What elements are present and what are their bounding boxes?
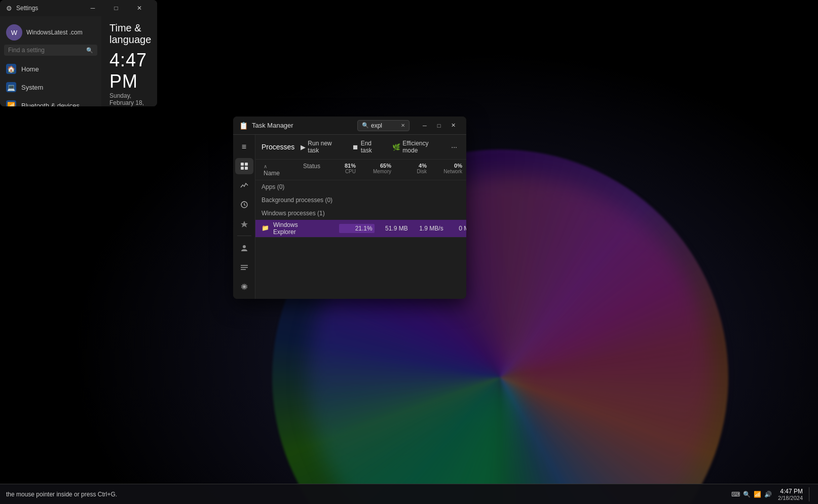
- svg-point-5: [243, 245, 246, 248]
- col-cpu-stat: 81%: [324, 163, 356, 169]
- end-task-button[interactable]: ⏹ End task: [348, 138, 387, 156]
- settings-search-input[interactable]: [8, 47, 86, 54]
- tm-search-clear[interactable]: ✕: [401, 123, 405, 128]
- task-manager-search[interactable]: 🔍 ✕: [357, 120, 410, 131]
- settings-main-content: Time & language 4:47 PM Sunday, February…: [101, 16, 157, 106]
- tm-sidebar-menu[interactable]: ≡: [235, 139, 253, 155]
- settings-titlebar: ⚙ Settings ─ □ ✕: [0, 0, 157, 16]
- explorer-network: 0 Mbps: [445, 224, 466, 233]
- svg-rect-7: [241, 267, 248, 268]
- task-manager-window: 📋 Task Manager 🔍 ✕ ─ □ ✕ ≡: [233, 117, 466, 299]
- tm-close-button[interactable]: ✕: [446, 119, 460, 133]
- tm-sidebar-startup[interactable]: [235, 216, 253, 232]
- sidebar-item-bluetooth[interactable]: 📶 Bluetooth & devices: [0, 96, 101, 106]
- settings-search-box[interactable]: 🔍: [4, 45, 97, 56]
- user-name: WindowsLatest .com: [26, 29, 83, 36]
- col-header-network[interactable]: 0% Network: [429, 162, 464, 178]
- processes-icon: [240, 162, 248, 170]
- efficiency-mode-button[interactable]: 🌿 Efficiency mode: [388, 138, 446, 156]
- explorer-name-label: Windows Explorer: [273, 221, 299, 236]
- end-task-icon: ⏹: [352, 143, 359, 151]
- task-manager-titlebar: 📋 Task Manager 🔍 ✕ ─ □ ✕: [233, 117, 466, 135]
- tm-sidebar-details[interactable]: [235, 259, 253, 276]
- tm-sidebar-processes[interactable]: [235, 158, 253, 174]
- task-manager-body: ≡: [233, 135, 466, 299]
- system-tray: ⌨ 🔍 📶 🔊: [731, 491, 772, 498]
- col-disk-stat: 4%: [395, 163, 427, 169]
- sidebar-item-system-label: System: [21, 84, 43, 91]
- settings-titlebar-title: Settings: [16, 5, 77, 12]
- tm-sidebar-divider: [237, 236, 251, 236]
- col-memory-label: Memory: [360, 169, 391, 174]
- col-status-label: Status: [303, 163, 320, 170]
- explorer-memory: 51.9 MB: [375, 224, 410, 233]
- settings-close-button[interactable]: ✕: [128, 0, 151, 16]
- tm-sidebar-history[interactable]: [235, 197, 253, 213]
- settings-content: W WindowsLatest .com 🔍 🏠 Home 💻 System 📶…: [0, 16, 157, 106]
- tm-table-header[interactable]: ∧ Name Status 81% CPU 65% Memory: [255, 160, 466, 180]
- process-row-explorer[interactable]: 📁 Windows Explorer 21.1% 51.9 MB 1.9 MB/…: [255, 220, 466, 238]
- users-icon: [240, 244, 248, 252]
- tm-process-table: ∧ Name Status 81% CPU 65% Memory: [255, 160, 466, 299]
- tm-minimize-button[interactable]: ─: [418, 119, 432, 133]
- tray-icon-1[interactable]: ⌨: [731, 491, 740, 498]
- network-icon[interactable]: 📶: [754, 491, 761, 498]
- sidebar-item-home[interactable]: 🏠 Home: [0, 60, 101, 78]
- settings-titlebar-icon: ⚙: [6, 5, 12, 12]
- svg-rect-2: [241, 167, 244, 170]
- svg-rect-1: [245, 163, 248, 166]
- sidebar-item-system[interactable]: 💻 System: [0, 78, 101, 96]
- more-options-button[interactable]: ···: [448, 141, 460, 153]
- svg-rect-8: [241, 269, 246, 270]
- section-windows-label: Windows processes (1): [262, 210, 325, 217]
- section-apps-label: Apps (0): [262, 183, 284, 190]
- show-desktop-button[interactable]: [809, 487, 812, 501]
- section-background[interactable]: Background processes (0): [255, 193, 466, 207]
- col-header-disk[interactable]: 4% Disk: [393, 162, 429, 178]
- section-windows[interactable]: Windows processes (1): [255, 207, 466, 220]
- svg-rect-6: [241, 265, 248, 266]
- col-header-status[interactable]: Status: [282, 162, 322, 178]
- tm-toolbar: Processes ▶ Run new task ⏹ End task 🌿 Ef…: [255, 135, 466, 160]
- tm-win-controls: ─ □ ✕: [418, 119, 460, 133]
- history-icon: [240, 201, 248, 209]
- volume-icon[interactable]: 🔊: [764, 491, 772, 498]
- sidebar-item-home-label: Home: [21, 65, 39, 73]
- settings-main-title: Time & language: [109, 22, 149, 46]
- explorer-disk: 1.9 MB/s: [410, 224, 445, 233]
- clock[interactable]: 4:47 PM 2/18/2024: [776, 488, 805, 501]
- tm-maximize-button[interactable]: □: [432, 119, 446, 133]
- settings-minimize-button[interactable]: ─: [81, 0, 104, 16]
- tm-sidebar-users[interactable]: [235, 240, 253, 256]
- col-header-name[interactable]: ∧ Name: [262, 162, 282, 178]
- process-name-explorer: 📁 Windows Explorer: [262, 221, 299, 236]
- col-name-label: Name: [264, 170, 280, 177]
- tm-sidebar-settings[interactable]: [235, 279, 253, 295]
- task-manager-icon: 📋: [239, 122, 248, 130]
- col-network-stat: 0%: [431, 163, 462, 169]
- run-new-task-button[interactable]: ▶ Run new task: [296, 138, 346, 156]
- tm-sidebar-performance[interactable]: [235, 177, 253, 193]
- system-icon: 💻: [6, 82, 16, 92]
- task-manager-search-input[interactable]: [371, 122, 399, 129]
- col-header-memory[interactable]: 65% Memory: [358, 162, 393, 178]
- efficiency-icon: 🌿: [392, 143, 400, 151]
- avatar[interactable]: W: [6, 24, 22, 41]
- settings-icon: [240, 283, 248, 291]
- sort-arrow-name: ∧: [264, 164, 267, 169]
- svg-rect-3: [245, 167, 248, 170]
- clock-time: 4:47 PM: [778, 488, 803, 495]
- section-apps[interactable]: Apps (0): [255, 180, 466, 193]
- col-header-cpu[interactable]: 81% CPU: [322, 162, 358, 178]
- settings-maximize-button[interactable]: □: [104, 0, 128, 16]
- settings-user-section: W WindowsLatest .com: [0, 20, 101, 43]
- home-icon: 🏠: [6, 64, 16, 74]
- search-icon: 🔍: [86, 47, 93, 54]
- tray-icon-2[interactable]: 🔍: [743, 491, 751, 498]
- explorer-status: [299, 227, 339, 229]
- settings-display-date: Sunday, February 18, 2024: [109, 92, 149, 106]
- explorer-icon: 📁: [262, 224, 269, 232]
- end-task-label: End task: [361, 140, 383, 154]
- col-memory-stat: 65%: [360, 163, 391, 169]
- settings-window: ⚙ Settings ─ □ ✕ W WindowsLatest .com 🔍 …: [0, 0, 157, 106]
